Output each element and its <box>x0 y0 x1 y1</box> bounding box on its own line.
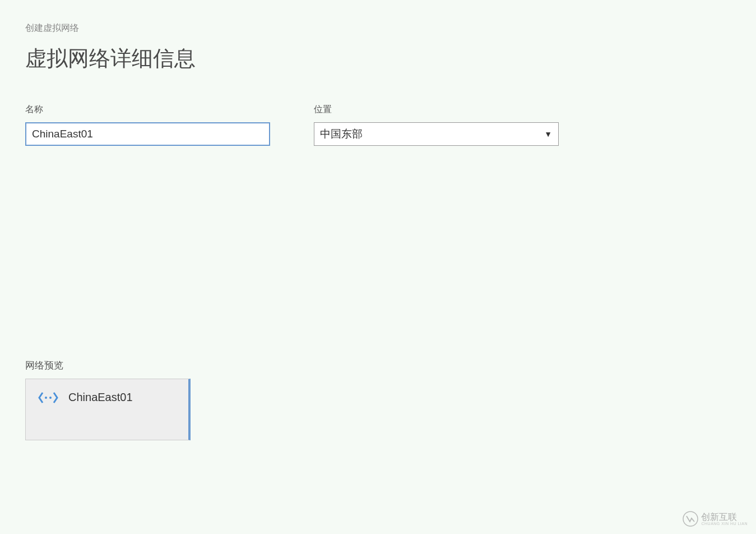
watermark-logo-icon <box>682 510 699 527</box>
breadcrumb: 创建虚拟网络 <box>25 22 731 34</box>
location-label: 位置 <box>314 104 559 116</box>
form-row: 名称 位置 中国东部 ▼ <box>25 104 731 146</box>
name-label: 名称 <box>25 104 270 116</box>
svg-point-2 <box>683 512 698 526</box>
name-input[interactable] <box>25 122 270 146</box>
page-container: 创建虚拟网络 虚拟网络详细信息 名称 位置 中国东部 ▼ 网络预览 <box>0 0 756 463</box>
svg-point-1 <box>49 397 52 399</box>
preview-section: 网络预览 ChinaEast01 <box>25 359 731 440</box>
watermark-text-group: 创新互联 CHUANG XIN HU LIAN <box>701 513 748 526</box>
location-select-wrapper: 中国东部 ▼ <box>314 122 559 146</box>
page-title: 虚拟网络详细信息 <box>25 44 731 73</box>
location-form-group: 位置 中国东部 ▼ <box>314 104 559 146</box>
preview-network-name: ChinaEast01 <box>68 391 133 404</box>
location-selected-value: 中国东部 <box>320 127 363 141</box>
preview-label: 网络预览 <box>25 359 731 372</box>
svg-point-0 <box>45 397 47 399</box>
network-icon <box>38 390 58 407</box>
location-select[interactable]: 中国东部 <box>314 122 559 146</box>
watermark-text: 创新互联 <box>701 513 748 522</box>
watermark-subtext: CHUANG XIN HU LIAN <box>701 522 748 526</box>
network-preview-card[interactable]: ChinaEast01 <box>25 379 191 440</box>
watermark: 创新互联 CHUANG XIN HU LIAN <box>682 510 748 527</box>
name-form-group: 名称 <box>25 104 270 146</box>
